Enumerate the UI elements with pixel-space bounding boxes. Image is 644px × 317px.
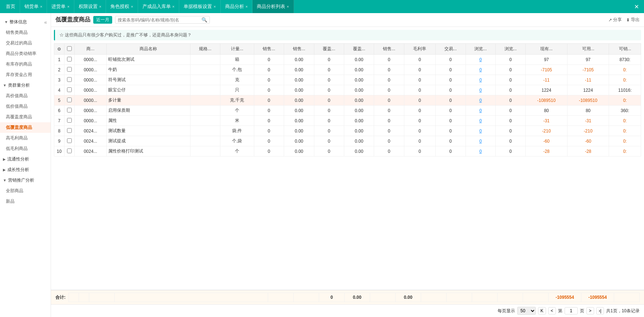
sidebar-item-capital-occupy[interactable]: 库存资金占用 — [0, 70, 51, 80]
next-page-button[interactable]: > — [586, 307, 594, 314]
row-code: 0000... — [75, 116, 107, 126]
row-checkbox-cell[interactable] — [64, 95, 75, 106]
col-settings[interactable]: ⚙ — [54, 44, 64, 55]
row-checkbox-cell[interactable] — [64, 75, 75, 85]
nav-template-settings[interactable]: 单据模板设置 × — [179, 0, 220, 13]
col-sales-amt[interactable]: 销售... — [284, 44, 314, 55]
nav-role-auth[interactable]: 角色授权 × — [106, 0, 138, 13]
row-views1[interactable]: 0 — [466, 65, 495, 75]
row-checkbox-cell[interactable] — [64, 116, 75, 126]
col-sales-qty[interactable]: 销售... — [254, 44, 284, 55]
row-checkbox[interactable] — [67, 77, 72, 82]
row-checkbox-cell[interactable] — [64, 146, 75, 156]
row-checkbox[interactable] — [67, 118, 72, 123]
col-available-stock[interactable]: 可用... — [567, 44, 609, 55]
period-button[interactable]: 近一月 — [93, 16, 112, 24]
sidebar-group-marketing[interactable]: ▼ 营销推广分析 — [0, 175, 51, 186]
col-sales-rate[interactable]: 销售... — [374, 44, 404, 55]
nav-close-template-settings[interactable]: × — [213, 4, 216, 9]
sidebar-group-overview[interactable]: ▼ 整体信息 — [1, 17, 30, 27]
col-checkbox[interactable] — [64, 44, 75, 55]
row-checkbox[interactable] — [67, 87, 72, 92]
select-all-checkbox[interactable] — [67, 46, 72, 51]
nav-close-permission-settings[interactable]: × — [99, 4, 101, 9]
prev-page-button[interactable]: < — [548, 307, 556, 314]
sidebar-item-low-gross[interactable]: 低毛利商品 — [0, 143, 51, 154]
sidebar-item-low-value[interactable]: 低价值商品 — [0, 101, 51, 112]
nav-close-role-auth[interactable]: × — [131, 4, 133, 9]
nav-close-product-warehouse[interactable]: × — [172, 4, 174, 9]
row-checkbox[interactable] — [67, 108, 72, 112]
col-gross-margin[interactable]: 毛利率 — [404, 44, 435, 55]
last-page-button[interactable]: ›| — [596, 307, 604, 314]
col-spec[interactable]: 规格... — [190, 44, 220, 55]
nav-product-analysis[interactable]: 商品分析 × — [221, 0, 252, 13]
row-checkbox[interactable] — [67, 67, 72, 72]
nav-home[interactable]: 首页 — [1, 0, 20, 13]
col-unit[interactable]: 计量... — [220, 44, 254, 55]
sidebar-item-category-rate[interactable]: 商品分类动销率 — [0, 48, 51, 59]
sidebar-item-high-coverage[interactable]: 高覆盖度商品 — [0, 112, 51, 122]
search-icon[interactable]: 🔍 — [201, 17, 207, 23]
nav-product-analysis-list[interactable]: 商品分析列表 × — [252, 0, 294, 13]
first-page-button[interactable]: K — [538, 307, 546, 314]
col-code[interactable]: 商... — [75, 44, 107, 55]
sidebar-item-traded-products[interactable]: 交易过的商品 — [0, 38, 51, 48]
row-cov1: 0 — [314, 85, 344, 95]
row-views1[interactable]: 0 — [466, 95, 495, 106]
sidebar-collapse-btn[interactable]: « — [44, 19, 49, 25]
row-checkbox[interactable] — [67, 138, 72, 143]
sidebar-item-low-coverage[interactable]: 低覆盖度商品 — [0, 122, 51, 133]
col-current-stock[interactable]: 现有... — [526, 44, 567, 55]
nav-close-purchase-order[interactable]: × — [67, 4, 69, 9]
row-checkbox[interactable] — [67, 148, 72, 153]
nav-close-sales-order[interactable]: × — [40, 4, 42, 9]
row-no: 6 — [54, 106, 64, 116]
col-views2[interactable]: 浏览... — [495, 44, 525, 55]
window-close-button[interactable]: ✕ — [631, 3, 643, 10]
row-views1[interactable]: 0 — [466, 146, 495, 156]
sidebar-item-high-value[interactable]: 高价值商品 — [0, 91, 51, 101]
row-checkbox[interactable] — [67, 98, 72, 102]
nav-permission-settings[interactable]: 权限设置 × — [74, 0, 106, 13]
export-button[interactable]: ⬇ 导出 — [626, 17, 640, 23]
row-checkbox-cell[interactable] — [64, 106, 75, 116]
sidebar-item-all-products[interactable]: 全部商品 — [0, 186, 51, 196]
col-name[interactable]: 商品名称 — [106, 44, 190, 55]
row-views1[interactable]: 0 — [466, 75, 495, 85]
sidebar-group-liquidity[interactable]: ▶ 流通性分析 — [0, 154, 51, 165]
col-views1[interactable]: 浏览... — [466, 44, 495, 55]
col-sellable[interactable]: 可销... — [609, 44, 641, 55]
row-checkbox-cell[interactable] — [64, 65, 75, 75]
nav-close-product-analysis[interactable]: × — [246, 4, 248, 9]
row-checkbox[interactable] — [67, 57, 72, 62]
row-checkbox-cell[interactable] — [64, 55, 75, 65]
sidebar-item-high-gross[interactable]: 高毛利商品 — [0, 133, 51, 143]
row-views1[interactable]: 0 — [466, 55, 495, 65]
row-views1[interactable]: 0 — [466, 106, 495, 116]
row-views1[interactable]: 0 — [466, 136, 495, 146]
col-transactions[interactable]: 交易... — [436, 44, 466, 55]
row-views1[interactable]: 0 — [466, 116, 495, 126]
share-button[interactable]: ↗ 分享 — [608, 17, 622, 23]
row-checkbox[interactable] — [67, 128, 72, 133]
col-coverage2[interactable]: 覆盖... — [344, 44, 374, 55]
sidebar-item-sales-products[interactable]: 销售类商品 — [0, 27, 51, 38]
page-number-input[interactable] — [565, 307, 578, 314]
row-checkbox-cell[interactable] — [64, 136, 75, 146]
row-checkbox-cell[interactable] — [64, 126, 75, 136]
nav-product-warehouse[interactable]: 产成品入库单 × — [138, 0, 179, 13]
page-size-select[interactable]: 50 100 200 — [517, 307, 536, 315]
sidebar-item-stocked-products[interactable]: 有库存的商品 — [0, 59, 51, 70]
row-checkbox-cell[interactable] — [64, 85, 75, 95]
sidebar-item-new-products[interactable]: 新品 — [0, 196, 51, 207]
col-coverage1[interactable]: 覆盖... — [314, 44, 344, 55]
sidebar-group-cluster[interactable]: ▼ 类群量分析 — [0, 80, 51, 91]
nav-close-product-analysis-list[interactable]: × — [287, 4, 289, 9]
nav-sales-order[interactable]: 销货单 × — [20, 0, 47, 13]
search-input[interactable] — [118, 17, 201, 23]
row-views1[interactable]: 0 — [466, 85, 495, 95]
nav-purchase-order[interactable]: 进货单 × — [47, 0, 74, 13]
row-views1[interactable]: 0 — [466, 126, 495, 136]
sidebar-group-growth[interactable]: ▶ 成长性分析 — [0, 165, 51, 175]
